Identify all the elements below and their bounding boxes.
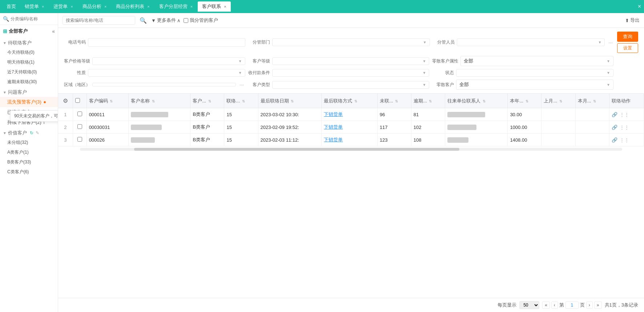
checkbox-header <box>73 94 86 108</box>
filter-bar: 🔍 ▼ 更多条件 ∧ 我分管的客户 ⬆ 导出 <box>58 13 644 28</box>
sidebar-item-tomorrow-contact[interactable]: 明天待联络(1) <box>0 57 58 67</box>
price-level-select[interactable]: ▼ <box>92 57 245 65</box>
refresh-icon[interactable]: ↻ <box>30 130 33 135</box>
sidebar-item-7day-contact[interactable]: 近7天待联络(0) <box>0 67 58 77</box>
settings-button[interactable]: 设置 <box>617 43 638 53</box>
close-customer-contact-icon[interactable]: × <box>224 4 226 9</box>
last-method-link[interactable]: 下销货单 <box>324 137 343 142</box>
prev-page-button[interactable]: ‹ <box>551 301 558 309</box>
sidebar-item-class-a[interactable]: A类客户(1) <box>0 147 58 157</box>
nature-select[interactable]: ▼ <box>88 69 245 77</box>
close-product-analysis-icon[interactable]: × <box>104 4 106 9</box>
action-link-icon[interactable]: 🔗 <box>612 125 617 130</box>
last-method-link[interactable]: 下销货单 <box>324 112 343 117</box>
unit-contact-sort-icon[interactable]: ⇅ <box>483 99 486 103</box>
sidebar-search-input[interactable] <box>11 16 58 21</box>
payment-select[interactable]: ▼ <box>272 69 430 77</box>
contact-sort-icon[interactable]: ⇅ <box>242 99 245 103</box>
search-input[interactable] <box>63 16 135 25</box>
pagination-nav: « ‹ 第 页 › » <box>542 301 601 309</box>
tab-product-analysis[interactable]: 商品分析 × <box>78 1 111 12</box>
code-sort-icon[interactable]: ⇅ <box>110 99 113 103</box>
last-date-sort-icon[interactable]: ⇅ <box>291 99 294 103</box>
group-problem-customers[interactable]: ▼ 问题客户 <box>0 87 58 97</box>
region-select[interactable] <box>92 83 236 86</box>
sidebar-item-class-c[interactable]: C类客户(6) <box>0 167 58 177</box>
action-link-icon[interactable]: 🔗 <box>612 137 617 143</box>
tab-customer-contact[interactable]: 客户联系 × <box>198 1 230 12</box>
row-this-month <box>575 108 609 121</box>
action-link-icon[interactable]: 🔗 <box>612 112 617 117</box>
close-all-button[interactable]: × <box>638 3 641 10</box>
all-customers-header[interactable]: ⊞ 全部客户 « <box>0 25 58 37</box>
collapse-icon[interactable]: « <box>52 28 55 34</box>
last-method-sort-icon[interactable]: ⇅ <box>354 99 357 103</box>
overdue-sort-icon[interactable]: ⇅ <box>429 99 432 103</box>
search-button[interactable]: 🔍 <box>138 17 148 24</box>
per-page-select[interactable]: 50 100 200 <box>519 301 539 309</box>
tab-purchase-order[interactable]: 进货单 × <box>49 1 77 12</box>
tab-product-analysis-list[interactable]: 商品分析列表 × <box>112 1 154 12</box>
home-tab[interactable]: 首页 <box>3 3 20 10</box>
scrollbar-thumb[interactable] <box>134 148 459 151</box>
this-year-sort-icon[interactable]: ⇅ <box>526 99 528 103</box>
gear-button[interactable]: ⚙ <box>61 97 70 105</box>
close-sales-order-icon[interactable]: × <box>42 4 44 9</box>
manager-select[interactable]: ▼ <box>457 39 605 46</box>
sidebar-item-today-contact[interactable]: 今天待联络(0) <box>0 48 58 57</box>
row-checkbox[interactable] <box>77 124 82 129</box>
row-checkbox-cell <box>73 121 86 134</box>
select-all-checkbox[interactable] <box>75 98 80 103</box>
my-customers-checkbox-label[interactable]: 我分管的客户 <box>184 17 218 24</box>
phone-input[interactable] <box>88 38 245 47</box>
sidebar-item-churn-warning[interactable]: 流失预警客户(3) ● <box>0 97 58 107</box>
close-product-analysis-list-icon[interactable]: × <box>147 4 149 9</box>
page-number-input[interactable] <box>565 301 579 309</box>
sidebar-item-class-b[interactable]: B类客户(33) <box>0 157 58 167</box>
export-button[interactable]: ⬆ 导出 <box>625 17 640 24</box>
edit-icon[interactable]: ✎ <box>36 130 39 135</box>
action-more-icon[interactable]: ⋮⋮ <box>620 112 629 117</box>
last-method-link[interactable]: 下销货单 <box>324 124 343 130</box>
tab-sales-order[interactable]: 销货单 × <box>20 1 48 12</box>
group-value-customers[interactable]: ▼ 价值客户 ↻ ✎ <box>0 127 58 138</box>
th-code: 客户编码 ⇅ <box>86 94 128 108</box>
sidebar-item-overdue-contact[interactable]: 逾期未联络(30) <box>0 77 58 87</box>
row-checkbox[interactable] <box>77 137 82 142</box>
region-more-icon[interactable]: ··· <box>238 82 245 88</box>
row-contact-person: ███ 107... <box>445 108 507 121</box>
row-checkbox[interactable] <box>77 112 82 116</box>
last-page-button[interactable]: » <box>594 301 602 309</box>
name-sort-icon[interactable]: ⇅ <box>152 99 155 103</box>
customer-level-select[interactable]: ▼ <box>272 57 430 65</box>
manager-more-icon[interactable]: ··· <box>607 40 614 45</box>
query-button[interactable]: 查询 <box>617 32 638 42</box>
customer-type-select[interactable]: ▼ <box>272 81 430 89</box>
group-pending-contact[interactable]: ▼ 待联络客户 <box>0 37 58 48</box>
row-checkbox-cell <box>73 134 86 146</box>
status-select[interactable]: ▼ <box>456 69 613 77</box>
this-month-sort-icon[interactable]: ⇅ <box>593 99 596 103</box>
first-page-button[interactable]: « <box>542 301 550 309</box>
more-conditions-button[interactable]: ▼ 更多条件 ∧ <box>151 17 181 24</box>
retail-customer-chevron-icon: ▼ <box>607 83 610 87</box>
filter-icon: ▼ <box>151 18 156 23</box>
row-this-year: 1000.00 <box>508 121 542 134</box>
tab-customer-tier[interactable]: 客户分层经营 × <box>155 1 197 12</box>
close-purchase-order-icon[interactable]: × <box>71 4 73 9</box>
action-more-icon[interactable]: ⋮⋮ <box>620 125 629 130</box>
horizontal-scrollbar[interactable] <box>80 148 622 151</box>
retail-customer-select[interactable]: 全部 ▼ <box>456 80 613 90</box>
last-month-sort-icon[interactable]: ⇅ <box>559 99 562 103</box>
my-customers-checkbox[interactable] <box>184 18 188 23</box>
dept-select[interactable]: ▼ <box>272 39 430 46</box>
price-chevron-icon: ▼ <box>238 59 242 63</box>
sidebar-item-ungrouped[interactable]: 未分组(32) <box>0 138 58 147</box>
uncontact-sort-icon[interactable]: ⇅ <box>395 99 398 103</box>
retail-attr-select[interactable]: 全部 ▼ <box>460 56 613 66</box>
close-customer-tier-icon[interactable]: × <box>190 4 193 9</box>
next-page-button[interactable]: › <box>586 301 593 309</box>
type-sort-icon[interactable]: ⇅ <box>208 99 211 103</box>
action-more-icon[interactable]: ⋮⋮ <box>620 137 629 143</box>
row-uncontact-days: 96 <box>377 108 411 121</box>
